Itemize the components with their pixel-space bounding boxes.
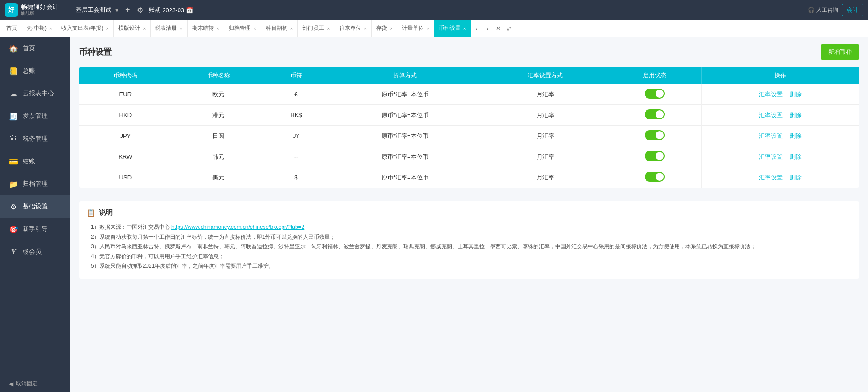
tab-expand-button[interactable]: ⤢ — [504, 20, 514, 37]
nav-settings-label: 基础设置 — [23, 203, 48, 211]
tab-tax-table-close[interactable]: × — [179, 26, 182, 31]
tab-tax-table[interactable]: 税表清册 × — [151, 20, 187, 37]
rate-settings-link-3[interactable]: 汇率设置 — [759, 153, 783, 160]
sidebar-item-settings[interactable]: ⚙ 基础设置 — [0, 195, 70, 218]
sidebar-item-invoice[interactable]: 🧾 发票管理 — [0, 105, 70, 128]
new-currency-button[interactable]: 新增币种 — [821, 44, 859, 60]
rate-settings-link-0[interactable]: 汇率设置 — [759, 91, 783, 98]
notes-link[interactable]: https://www.chinamoney.com.cn/chinese/bk… — [171, 224, 304, 230]
col-header-name: 币种名称 — [172, 67, 265, 84]
tab-archive-close[interactable]: × — [253, 26, 256, 31]
col-header-rate: 汇率设置方式 — [483, 67, 608, 84]
tab-subject[interactable]: 科目期初 × — [261, 20, 298, 37]
toggle-knob-0 — [656, 90, 664, 98]
tab-income[interactable]: 收入支出表(年报) × — [57, 20, 113, 37]
calendar-icon[interactable]: 📅 — [186, 7, 193, 14]
tab-next-button[interactable]: › — [482, 20, 493, 37]
tab-template[interactable]: 模版设计 × — [114, 20, 151, 37]
logo-sub: 旗舰版 — [21, 10, 59, 17]
cell-action-2: 汇率设置 删除 — [701, 126, 859, 146]
tab-currency[interactable]: 币种设置 × — [434, 20, 471, 37]
tab-currency-close[interactable]: × — [463, 26, 466, 31]
settings-gear-icon[interactable]: ⚙ — [135, 6, 145, 14]
period-value: 2023-03 — [162, 7, 184, 14]
sidebar-item-home[interactable]: 🏠 首页 — [0, 37, 70, 60]
table-row: KRW 韩元 -- 原币*汇率=本位币 月汇率 汇率设置 删除 — [79, 146, 859, 167]
cell-action-3: 汇率设置 删除 — [701, 146, 859, 167]
tab-subject-close[interactable]: × — [290, 26, 293, 31]
toggle-knob-2 — [656, 131, 664, 139]
sidebar-item-archive[interactable]: 📁 归档管理 — [0, 173, 70, 195]
top-header: 好 畅捷通好会计 旗舰版 基层工会测试 ▼ + ⚙ 账期 2023-03 📅 🎧… — [0, 0, 868, 20]
tab-subject-label: 科目期初 — [266, 24, 288, 32]
tab-home-label: 首页 — [6, 24, 17, 32]
toggle-enabled-3[interactable] — [645, 151, 665, 161]
logo-area: 好 畅捷通好会计 旗舰版 — [5, 3, 72, 17]
cell-action-0: 汇率设置 删除 — [701, 84, 859, 105]
rate-settings-link-2[interactable]: 汇率设置 — [759, 132, 783, 139]
sidebar-pin-button[interactable]: ◀ 取消固定 — [0, 375, 70, 392]
cell-rate-method-4: 月汇率 — [483, 167, 608, 188]
tab-period-end-label: 期末结转 — [192, 24, 214, 32]
main-layout: 🏠 首页 📒 总账 ☁ 云报表中心 🧾 发票管理 🏛 税务管理 💳 结账 📁 归… — [0, 37, 868, 392]
cell-code-0: EUR — [79, 84, 172, 105]
rate-settings-link-1[interactable]: 汇率设置 — [759, 112, 783, 118]
toggle-enabled-0[interactable] — [645, 89, 665, 99]
delete-link-2[interactable]: 删除 — [790, 132, 802, 139]
pin-label: 取消固定 — [16, 380, 38, 387]
table-row: JPY 日圆 J¥ 原币*汇率=本位币 月汇率 汇率设置 删除 — [79, 126, 859, 146]
tab-contact[interactable]: 往来单位 × — [335, 20, 372, 37]
sidebar-item-ledger[interactable]: 📒 总账 — [0, 60, 70, 82]
tab-unit[interactable]: 计量单位 × — [397, 20, 434, 37]
tab-department-label: 部门员工 — [302, 24, 324, 32]
tab-contact-close[interactable]: × — [364, 26, 367, 31]
tab-period-end[interactable]: 期末结转 × — [188, 20, 224, 37]
sidebar-item-tax[interactable]: 🏛 税务管理 — [0, 128, 70, 150]
tab-contact-label: 往来单位 — [340, 24, 361, 32]
sidebar-item-guide[interactable]: 🎯 新手引导 — [0, 218, 70, 241]
cell-name-2: 日圆 — [172, 126, 265, 146]
toggle-enabled-1[interactable] — [645, 109, 665, 119]
delete-link-1[interactable]: 删除 — [790, 112, 802, 118]
tab-voucher[interactable]: 凭(中期) × — [22, 20, 57, 37]
toggle-enabled-4[interactable] — [645, 172, 665, 182]
notes-section: 📋 说明 1）数据来源：中国外汇交易中心 https://www.chinamo… — [79, 201, 859, 279]
tab-home[interactable]: 首页 — [2, 20, 22, 37]
cell-name-1: 港元 — [172, 105, 265, 126]
dropdown-arrow[interactable]: ▼ — [114, 7, 120, 14]
cell-calc-2: 原币*汇率=本位币 — [327, 126, 483, 146]
account-button[interactable]: 会计 — [842, 4, 863, 16]
rate-settings-link-4[interactable]: 汇率设置 — [759, 174, 783, 181]
tab-prev-button[interactable]: ‹ — [471, 20, 482, 37]
note-item-1: 2）系统自动获取每月第一个工作日的汇率标价，统一为直接标价法，即1外币可以兑换的… — [86, 232, 852, 242]
tab-period-end-close[interactable]: × — [217, 26, 219, 31]
support-button[interactable]: 🎧 人工咨询 — [808, 6, 838, 14]
sidebar-item-reports[interactable]: ☁ 云报表中心 — [0, 82, 70, 105]
tab-voucher-close[interactable]: × — [49, 26, 52, 31]
tab-template-close[interactable]: × — [143, 26, 146, 31]
note-item-3: 4）无官方牌价的币种，可以用用户手工维护汇率信息； — [86, 252, 852, 262]
cell-status-0 — [608, 84, 701, 105]
tab-inventory[interactable]: 存货 × — [372, 20, 397, 37]
delete-link-4[interactable]: 删除 — [790, 174, 802, 181]
tab-department[interactable]: 部门员工 × — [298, 20, 335, 37]
delete-link-0[interactable]: 删除 — [790, 91, 802, 98]
nav-home-label: 首页 — [23, 44, 35, 52]
nav-tax-label: 税务管理 — [23, 135, 48, 143]
tab-department-close[interactable]: × — [327, 26, 330, 31]
tab-voucher-label: 凭(中期) — [27, 24, 47, 32]
sidebar-item-member[interactable]: V 畅会员 — [0, 241, 70, 263]
toggle-enabled-2[interactable] — [645, 130, 665, 140]
tab-income-close[interactable]: × — [106, 26, 108, 31]
tab-archive[interactable]: 归档管理 × — [224, 20, 261, 37]
header-period: 账期 2023-03 📅 — [149, 6, 193, 14]
sidebar-item-checkout[interactable]: 💳 结账 — [0, 150, 70, 173]
tab-close-all-button[interactable]: × — [493, 20, 504, 37]
tab-unit-close[interactable]: × — [426, 26, 429, 31]
add-tab-button[interactable]: + — [123, 5, 132, 15]
content-area: 币种设置 新增币种 币种代码 币种名称 币符 折算方式 汇率设置方式 启用状态 … — [70, 37, 868, 392]
delete-link-3[interactable]: 删除 — [790, 153, 802, 160]
tab-inventory-close[interactable]: × — [390, 26, 392, 31]
page-title-row: 币种设置 新增币种 — [79, 44, 859, 60]
period-label: 账期 — [149, 6, 160, 14]
